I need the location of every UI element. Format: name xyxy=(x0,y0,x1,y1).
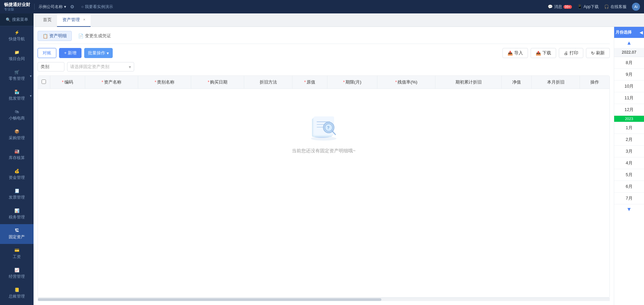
print-button[interactable]: 🖨 打印 xyxy=(559,48,583,58)
month-item-1[interactable]: 1月 xyxy=(614,122,644,134)
month-item-8[interactable]: 8月 xyxy=(614,57,644,69)
operation-icon: 📈 xyxy=(14,268,19,272)
search-menu-button[interactable]: 🔍 搜索菜单 xyxy=(0,13,34,26)
message-button[interactable]: 💬 消息 99+ xyxy=(548,4,572,10)
sidebar-item-basic-info[interactable]: ℹ 基础信息 xyxy=(0,303,34,305)
tab-home[interactable]: 首页 xyxy=(38,13,57,27)
checkbox-header[interactable] xyxy=(38,76,50,89)
search-menu-label: 搜索菜单 xyxy=(12,17,28,22)
import-button[interactable]: 📥 导入 xyxy=(502,48,528,58)
quick-nav-label: 快捷导航 xyxy=(9,36,25,42)
refresh-button[interactable]: ↻ 刷新 xyxy=(586,48,610,58)
horizontal-scrollbar[interactable] xyxy=(38,298,610,301)
col-original-value: *原值 xyxy=(292,76,327,89)
sub-tab-voucher-icon: 📄 xyxy=(78,34,84,39)
sidebar-item-salary[interactable]: 💳 工资 xyxy=(0,244,34,264)
month-panel-header: 月份选择 ◀ xyxy=(614,27,644,38)
sidebar-item-invoice[interactable]: 🧾 发票管理 xyxy=(0,185,34,204)
sidebar-item-quick-nav[interactable]: ⚡ 快捷导航 xyxy=(0,26,34,46)
demo-link[interactable]: ○ 我要看实例演示 xyxy=(81,4,113,10)
month-item-10[interactable]: 10月 xyxy=(614,81,644,92)
col-code: *编码 xyxy=(50,76,85,89)
toolbar-right: 📥 导入 📤 下载 🖨 打印 ↻ 刷新 xyxy=(502,48,610,58)
sidebar-item-ledger[interactable]: 📒 总账管理 xyxy=(0,284,34,303)
month-item-9[interactable]: 9月 xyxy=(614,69,644,81)
purchase-icon: 📦 xyxy=(14,129,19,134)
sub-tab-detail-icon: 📋 xyxy=(43,34,48,39)
table: *编码 *资产名称 *类别名称 *购买日期 折旧方法 *原值 *期限(月) *残… xyxy=(38,76,609,174)
month-panel-title: 月份选择 xyxy=(615,30,632,35)
month-item-11[interactable]: 11月 xyxy=(614,92,644,104)
ledger-label: 总账管理 xyxy=(9,294,25,299)
wholesale-icon: 🏪 xyxy=(14,90,19,94)
retail-icon: 🛒 xyxy=(14,70,19,74)
finance-label: 资金管理 xyxy=(9,175,25,181)
retail-label: 零售管理 xyxy=(9,76,25,82)
salary-label: 工资 xyxy=(13,254,21,260)
tab-home-label: 首页 xyxy=(43,17,52,23)
month-item-3[interactable]: 3月 xyxy=(614,146,644,157)
table-header-row: *编码 *资产名称 *类别名称 *购买日期 折旧方法 *原值 *期限(月) *残… xyxy=(38,76,609,89)
online-service-button[interactable]: 🎧 在线客服 xyxy=(604,4,627,10)
app-logo: 畅捷通好业财 专业版 xyxy=(4,2,30,11)
app-edition: 专业版 xyxy=(4,7,30,11)
month-item-6[interactable]: 6月 xyxy=(614,181,644,193)
download-icon: 📤 xyxy=(536,51,541,56)
sidebar-item-operation[interactable]: 📈 经营管理 xyxy=(0,264,34,284)
panel-collapse-icon[interactable]: ◀ xyxy=(640,30,643,35)
print-label: 打印 xyxy=(570,50,578,56)
category-placeholder: 请选择固定资产类别 xyxy=(70,64,109,70)
refresh-icon: ↻ xyxy=(591,51,595,56)
sidebar-item-fixed-asset[interactable]: 🏗 固定资产 xyxy=(0,224,34,244)
tab-close-icon[interactable]: × xyxy=(83,18,85,21)
app-download-button[interactable]: 📱 App下载 xyxy=(577,4,599,10)
scroll-thumb[interactable] xyxy=(38,298,381,301)
tab-asset-management[interactable]: 资产管理 × xyxy=(57,13,91,27)
month-up-button[interactable]: ▲ xyxy=(614,38,644,48)
sidebar-item-retail[interactable]: 🛒 零售管理 ▾ xyxy=(0,66,34,86)
sidebar-item-wholesale[interactable]: 🏪 批发管理 ▾ xyxy=(0,86,34,105)
col-depreciation-method: 折旧方法 xyxy=(244,76,292,89)
wholesale-label: 批发管理 xyxy=(9,96,25,101)
col-category: *类别名称 xyxy=(138,76,191,89)
add-label: + 新增 xyxy=(64,50,76,56)
sidebar-item-inventory[interactable]: 🏭 库存核算 xyxy=(0,145,34,165)
refresh-label: 刷新 xyxy=(596,50,605,56)
category-filter[interactable]: 类别 xyxy=(38,62,64,71)
content-area: 首页 资产管理 × 📋 资产明细 📄 变更生成凭证 xyxy=(34,13,644,305)
company-name: 示例公司名称 xyxy=(39,4,63,10)
col-name: *资产名称 xyxy=(85,76,138,89)
add-button[interactable]: + 新增 xyxy=(59,48,82,58)
select-all-checkbox[interactable] xyxy=(42,80,46,84)
fixed-asset-label: 固定资产 xyxy=(9,234,25,240)
month-item-7[interactable]: 7月 xyxy=(614,193,644,204)
sidebar-item-finance[interactable]: 💰 资金管理 xyxy=(0,165,34,185)
sidebar-item-project[interactable]: 📁 项目合同 xyxy=(0,46,34,66)
month-down-button[interactable]: ▼ xyxy=(614,204,644,214)
sub-tab-voucher[interactable]: 📄 变更生成凭证 xyxy=(73,31,116,41)
download-button[interactable]: 📤 下载 xyxy=(531,48,556,58)
settings-button[interactable]: ⚙ xyxy=(70,4,74,9)
sidebar-item-tax[interactable]: 📊 税务管理 xyxy=(0,204,34,224)
company-selector[interactable]: 示例公司名称 ▾ xyxy=(39,4,66,10)
category-input[interactable]: 请选择固定资产类别 ▾ xyxy=(67,62,134,71)
month-item-12[interactable]: 12月 xyxy=(614,104,644,116)
batch-button[interactable]: 批量操作 ▾ xyxy=(84,48,113,58)
ledger-icon: 📒 xyxy=(14,288,19,292)
sidebar-item-purchase[interactable]: 📦 采购管理 xyxy=(0,125,34,145)
month-item-2[interactable]: 2月 xyxy=(614,134,644,146)
sidebar-item-ecommerce[interactable]: 🛍 小畅电商 xyxy=(0,105,34,125)
month-year-label: 2022.07 xyxy=(614,48,644,57)
reconcile-button[interactable]: 对账 xyxy=(38,48,56,58)
month-item-5[interactable]: 5月 xyxy=(614,169,644,181)
sub-tab-detail[interactable]: 📋 资产明细 xyxy=(38,31,72,41)
print-icon: 🖨 xyxy=(564,51,568,56)
company-dropdown-icon: ▾ xyxy=(64,4,66,9)
asset-panel: 📋 资产明细 📄 变更生成凭证 对账 + 新增 xyxy=(34,27,614,305)
tab-asset-label: 资产管理 xyxy=(62,17,80,23)
import-label: 导入 xyxy=(514,50,523,56)
month-item-4[interactable]: 4月 xyxy=(614,157,644,169)
purchase-label: 采购管理 xyxy=(9,135,25,141)
user-avatar[interactable]: Ai xyxy=(632,3,640,11)
tax-icon: 📊 xyxy=(14,208,19,213)
